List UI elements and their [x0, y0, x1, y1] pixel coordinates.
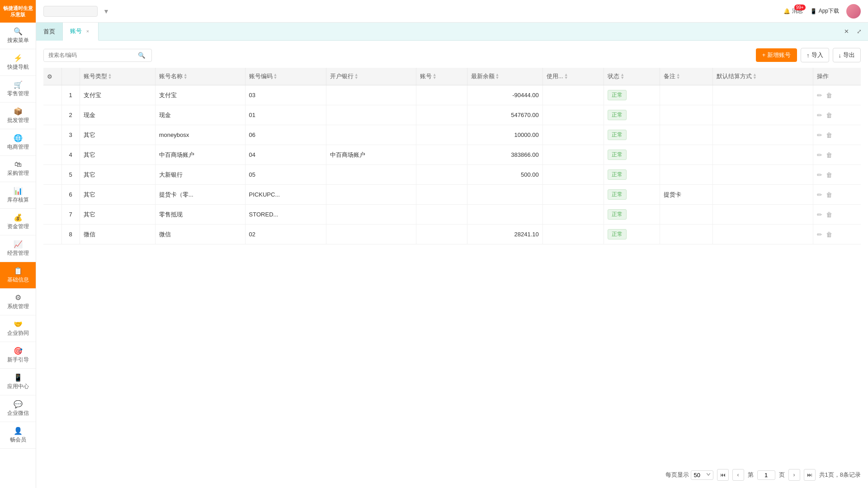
td-code: 05: [245, 165, 326, 185]
td-bank: [326, 165, 416, 185]
th-code[interactable]: 账号编码▲▼: [245, 68, 326, 85]
page-input[interactable]: [757, 470, 775, 480]
td-bank: [326, 185, 416, 205]
td-usage: [542, 165, 604, 185]
sidebar-item-enterprise-agreement[interactable]: 🤝企业协同: [0, 315, 36, 342]
sidebar-item-retail-mgmt[interactable]: 🛒零售管理: [0, 76, 36, 103]
td-type: 微信: [80, 225, 155, 244]
ecommerce-mgmt-icon: 🌐: [14, 134, 23, 142]
delete-btn[interactable]: 🗑: [826, 131, 832, 139]
sidebar-item-search-menu[interactable]: 🔍搜索菜单: [0, 23, 36, 49]
wholesale-mgmt-icon: 📦: [14, 107, 23, 116]
search-menu-icon: 🔍: [14, 27, 23, 36]
tabbar-close-btn[interactable]: ✕: [841, 26, 852, 37]
topbar-search-input[interactable]: [43, 6, 98, 17]
delete-btn[interactable]: 🗑: [826, 151, 832, 159]
import-btn[interactable]: ↑ 导入: [801, 48, 829, 62]
td-actions: ✏ 🗑: [813, 185, 861, 205]
td-usage: [542, 85, 604, 105]
tab-home-label: 首页: [43, 28, 55, 36]
sidebar-item-operation-mgmt[interactable]: 📈经营管理: [0, 235, 36, 262]
th-type[interactable]: 账号类型▲▼: [80, 68, 155, 85]
sidebar-item-enterprise-wechat[interactable]: 💬企业微信: [0, 395, 36, 422]
sidebar-item-system-mgmt[interactable]: ⚙系统管理: [0, 289, 36, 315]
edit-btn[interactable]: ✏: [817, 171, 822, 178]
td-index: 3: [61, 125, 80, 145]
next-page-btn[interactable]: ›: [788, 469, 800, 481]
last-page-btn[interactable]: ⏭: [804, 469, 816, 481]
delete-btn[interactable]: 🗑: [826, 211, 832, 218]
sidebar-item-app-center[interactable]: 📱应用中心: [0, 369, 36, 395]
tab-home[interactable]: 首页: [36, 23, 63, 41]
edit-btn[interactable]: ✏: [817, 131, 822, 139]
td-actions: ✏ 🗑: [813, 85, 861, 105]
app-download-btn[interactable]: 📱 App下载: [810, 7, 839, 15]
td-name: 中百商场账户: [155, 145, 245, 165]
delete-btn[interactable]: 🗑: [826, 171, 832, 178]
th-balance[interactable]: 最新余额▲▼: [467, 68, 542, 85]
delete-btn[interactable]: 🗑: [826, 92, 832, 99]
td-default-settlement: [713, 105, 813, 125]
tabbar-expand-btn[interactable]: ⤢: [854, 26, 864, 37]
sidebar-label: 企业微信: [7, 409, 29, 417]
edit-btn[interactable]: ✏: [817, 211, 822, 218]
edit-btn[interactable]: ✏: [817, 112, 822, 119]
th-account[interactable]: 账号▲▼: [416, 68, 467, 85]
member-icon: 👤: [14, 427, 23, 435]
th-remark[interactable]: 备注▲▼: [660, 68, 712, 85]
sidebar-item-purchase-mgmt[interactable]: 🛍采购管理: [0, 156, 36, 182]
sidebar-item-inventory-check[interactable]: 📊库存核算: [0, 182, 36, 209]
search-input[interactable]: [44, 49, 134, 61]
bell-icon: 🔔: [783, 8, 790, 14]
first-page-btn[interactable]: ⏮: [717, 469, 729, 481]
search-btn[interactable]: 🔍: [134, 49, 149, 61]
topbar-dropdown-arrow[interactable]: ▼: [103, 8, 109, 15]
th-default-settlement[interactable]: 默认结算方式▲▼: [713, 68, 813, 85]
td-type: 支付宝: [80, 85, 155, 105]
delete-btn[interactable]: 🗑: [826, 191, 832, 198]
page-suffix: 页: [779, 471, 785, 479]
export-btn[interactable]: ↓ 导出: [833, 48, 861, 62]
sidebar-item-quick-nav[interactable]: ⚡快捷导航: [0, 49, 36, 76]
sidebar-label: 系统管理: [7, 303, 29, 310]
sidebar-item-new-guide[interactable]: 🎯新手引导: [0, 342, 36, 369]
delete-btn[interactable]: 🗑: [826, 112, 832, 119]
td-default-settlement: [713, 165, 813, 185]
notification-btn[interactable]: 🔔 消息 99+: [783, 7, 803, 15]
sidebar-item-basic-info[interactable]: 📋基础信息: [0, 262, 36, 289]
sidebar-item-member[interactable]: 👤畅会员: [0, 422, 36, 449]
sidebar-item-ecommerce-mgmt[interactable]: 🌐电商管理: [0, 129, 36, 156]
td-code: STORED...: [245, 205, 326, 225]
td-remark: [660, 125, 712, 145]
td-name: 支付宝: [155, 85, 245, 105]
user-avatar[interactable]: [846, 4, 861, 19]
th-status[interactable]: 状态▲▼: [604, 68, 660, 85]
edit-btn[interactable]: ✏: [817, 92, 822, 99]
th-bank[interactable]: 开户银行▲▼: [326, 68, 416, 85]
td-account: [416, 145, 467, 165]
th-name[interactable]: 账号名称▲▼: [155, 68, 245, 85]
td-account: [416, 165, 467, 185]
table-header-row: ⚙ 账号类型▲▼ 账号名称▲▼ 账号编码▲▼ 开户银行▲▼ 账号▲▼ 最新余额▲…: [43, 68, 861, 85]
tab-account[interactable]: 账号 ×: [63, 23, 99, 41]
td-name: 微信: [155, 225, 245, 244]
th-usage[interactable]: 使用...▲▼: [542, 68, 604, 85]
td-usage: [542, 185, 604, 205]
edit-btn[interactable]: ✏: [817, 231, 822, 238]
tab-account-close[interactable]: ×: [85, 28, 91, 34]
topbar: ▼ 🔔 消息 99+ 📱 App下载: [36, 0, 868, 23]
th-settings[interactable]: ⚙: [43, 68, 61, 85]
page-size-select[interactable]: 50 100 200: [691, 470, 713, 480]
page-size-selector: 每页显示 50 100 200: [665, 470, 713, 480]
sidebar-item-finance-mgmt[interactable]: 💰资金管理: [0, 209, 36, 235]
edit-btn[interactable]: ✏: [817, 191, 822, 198]
sidebar-item-wholesale-mgmt[interactable]: 📦批发管理: [0, 103, 36, 129]
prev-page-btn[interactable]: ‹: [732, 469, 744, 481]
td-bank: [326, 225, 416, 244]
td-status: 正常: [604, 85, 660, 105]
add-account-btn[interactable]: + 新增账号: [756, 48, 797, 62]
td-usage: [542, 145, 604, 165]
delete-btn[interactable]: 🗑: [826, 231, 832, 238]
edit-btn[interactable]: ✏: [817, 151, 822, 159]
td-balance: 500.00: [467, 165, 542, 185]
